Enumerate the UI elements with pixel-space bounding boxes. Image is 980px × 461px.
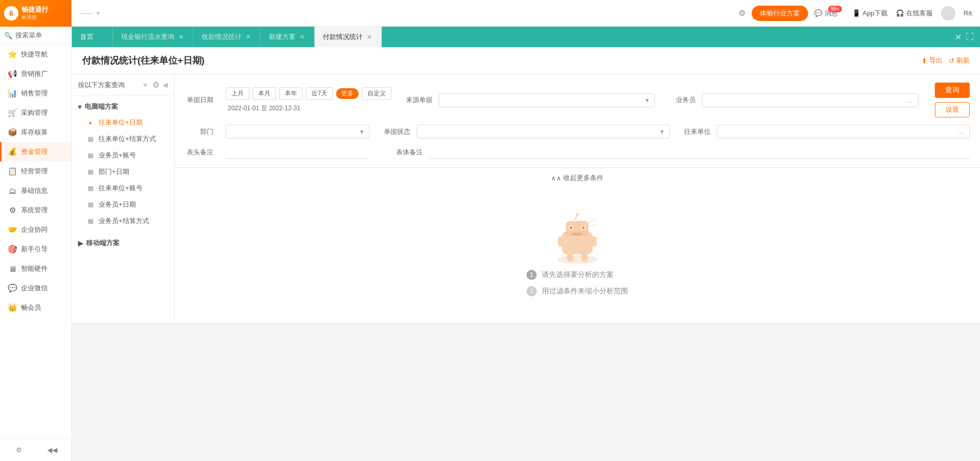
tab-payment-close-icon[interactable]: ✕ bbox=[366, 32, 373, 42]
svg-rect-9 bbox=[592, 236, 597, 247]
scheme-item-salesperson-settlement[interactable]: ▦ 业务员+结算方式 bbox=[72, 213, 174, 229]
collapse-more-button[interactable]: ∧∧ 收起更多条件 bbox=[551, 173, 603, 183]
empty-robot-icon bbox=[546, 208, 608, 270]
online-service-btn[interactable]: 🎧 在线客服 bbox=[896, 9, 933, 18]
topbar-right: 💬 消息 99+ 📱 App下载 🎧 在线客服 Rit bbox=[814, 6, 972, 21]
partner-label: 往来单位 bbox=[682, 127, 711, 136]
tab-receipt-close-icon[interactable]: ✕ bbox=[245, 32, 252, 42]
export-button[interactable]: ⬆ 导出 bbox=[922, 56, 943, 65]
sidebar-item-finance[interactable]: 💰 资金管理 bbox=[0, 142, 71, 162]
query-btns: 查询 设置 bbox=[935, 83, 970, 117]
source-filter: 来源单据 ▾ bbox=[404, 93, 655, 107]
maximize-icon[interactable]: ⛶ bbox=[966, 32, 974, 42]
source-label: 来源单据 bbox=[404, 95, 433, 105]
salesperson-arrow-icon: … bbox=[906, 96, 913, 104]
sidebar-item-wechat[interactable]: 💬 企业微信 bbox=[0, 278, 71, 298]
scheme-item-salesperson-date[interactable]: ▦ 业务员+日期 bbox=[72, 196, 174, 213]
mobile-group-title[interactable]: ▶ 移动端方案 bbox=[72, 235, 174, 251]
topbar-gear-icon[interactable]: ⚙ bbox=[738, 8, 746, 18]
sidebar-item-marketing[interactable]: 📢 营销推广 bbox=[0, 64, 71, 84]
sidebar-item-base[interactable]: 🗂 基础信息 bbox=[0, 181, 71, 201]
avatar[interactable] bbox=[941, 6, 955, 21]
empty-step-2: 2 用过滤条件来缩小分析范围 bbox=[526, 286, 628, 296]
refresh-button[interactable]: ↺ 刷新 bbox=[949, 56, 970, 65]
search-icon: 🔍 bbox=[4, 32, 12, 39]
filter-row-1: 单据日期 上月 本月 本年 近7天 更多 自定义 2022-01-01 至 20… bbox=[185, 83, 970, 117]
add-scheme-icon[interactable]: ＋ bbox=[141, 79, 149, 90]
this-year-btn[interactable]: 本年 bbox=[279, 87, 303, 100]
collapse-scheme-icon[interactable]: ◀ bbox=[163, 81, 168, 89]
shortcut-icon: ⭐ bbox=[8, 50, 17, 59]
scheme-settings-icon[interactable]: ⚙ bbox=[152, 80, 160, 90]
sidebar-logo: 6 畅捷通行 标准版 bbox=[0, 0, 71, 27]
tab-home[interactable]: 首页 bbox=[72, 27, 113, 47]
export-icon: ⬆ bbox=[922, 57, 927, 65]
scheme-item-salesperson-account[interactable]: ▦ 业务员+账号 bbox=[72, 147, 174, 164]
filter-panel: 单据日期 上月 本月 本年 近7天 更多 自定义 2022-01-01 至 20… bbox=[174, 74, 980, 168]
scheme-item-partner-date[interactable]: ● 往来单位+日期 bbox=[72, 114, 174, 131]
tabs-actions: ✕ ⛶ bbox=[949, 27, 980, 47]
close-all-tabs-icon[interactable]: ✕ bbox=[955, 32, 962, 42]
custom-date-btn[interactable]: 自定义 bbox=[362, 87, 391, 100]
sidebar-item-guide[interactable]: 🎯 新手引导 bbox=[0, 239, 71, 259]
inventory-icon: 📦 bbox=[8, 128, 17, 137]
search-menu[interactable]: 🔍 搜索菜单 bbox=[0, 27, 71, 45]
desktop-group-title[interactable]: ▾ 电脑端方案 bbox=[72, 99, 174, 114]
collapse-icon: ∧∧ bbox=[551, 174, 561, 182]
tab-new-scheme-close-icon[interactable]: ✕ bbox=[299, 32, 306, 42]
sidebar-item-member[interactable]: 👑 畅会员 bbox=[0, 298, 71, 317]
purchase-icon: 🛒 bbox=[8, 108, 17, 117]
empty-steps-list: 1 请先选择要分析的方案 2 用过滤条件来缩小分析范围 bbox=[526, 270, 628, 303]
svg-point-0 bbox=[557, 255, 598, 264]
partner-account-icon: ▦ bbox=[86, 184, 94, 192]
header-note-input[interactable] bbox=[226, 146, 369, 159]
sidebar-item-purchase[interactable]: 🛒 采购管理 bbox=[0, 103, 71, 123]
message-btn[interactable]: 💬 消息 99+ bbox=[814, 9, 838, 18]
tab-new-scheme[interactable]: 新建方案 ✕ bbox=[261, 27, 315, 47]
body-note-input[interactable] bbox=[429, 146, 970, 159]
page-title: 付款情况统计(往来单位+日期) bbox=[82, 54, 205, 67]
username-label: Rit bbox=[964, 9, 972, 17]
sidebar-item-system[interactable]: ⚙ 系统管理 bbox=[0, 201, 71, 220]
scheme-item-dept-date[interactable]: ▦ 部门+日期 bbox=[72, 164, 174, 180]
empty-state: 1 请先选择要分析的方案 2 用过滤条件来缩小分析范围 bbox=[174, 188, 980, 323]
scheme-item-partner-account[interactable]: ▦ 往来单位+账号 bbox=[72, 180, 174, 196]
last7-btn[interactable]: 近7天 bbox=[306, 87, 333, 100]
svg-rect-8 bbox=[558, 236, 563, 247]
this-month-btn[interactable]: 本月 bbox=[252, 87, 276, 100]
svg-line-12 bbox=[575, 215, 577, 219]
address-chevron-icon: ▾ bbox=[96, 10, 100, 17]
source-select[interactable]: ▾ bbox=[439, 93, 655, 107]
trial-button[interactable]: 体验行业方案 bbox=[752, 6, 808, 21]
salesperson-account-icon: ▦ bbox=[86, 151, 94, 159]
dept-select[interactable]: ▾ bbox=[226, 125, 369, 138]
last-month-btn[interactable]: 上月 bbox=[226, 87, 249, 100]
tab-bank-close-icon[interactable]: ✕ bbox=[178, 32, 185, 42]
tab-receipt[interactable]: 收款情况统计 ✕ bbox=[193, 27, 261, 47]
sidebar-item-sales[interactable]: 📊 销售管理 bbox=[0, 84, 71, 103]
settings-bottom-btn[interactable]: ⚙ bbox=[4, 443, 34, 457]
sidebar-item-shortcut[interactable]: ⭐ 快捷导航 bbox=[0, 45, 71, 64]
partner-select[interactable]: … bbox=[717, 125, 970, 138]
tab-payment[interactable]: 付款情况统计 ✕ bbox=[315, 27, 382, 47]
scheme-header: 按以下方案查询 ＋ ⚙ ◀ bbox=[72, 74, 174, 96]
svg-line-15 bbox=[587, 225, 596, 227]
collapse-sidebar-btn[interactable]: ◀◀ bbox=[38, 443, 68, 457]
sidebar-item-corp[interactable]: 🤝 企业协同 bbox=[0, 220, 71, 239]
query-button[interactable]: 查询 bbox=[935, 83, 970, 98]
sidebar-item-operation[interactable]: 📋 经营管理 bbox=[0, 162, 71, 181]
salesperson-select[interactable]: … bbox=[702, 93, 918, 107]
voucher-status-select[interactable]: ▾ bbox=[417, 125, 670, 138]
scheme-item-partner-settlement[interactable]: ▦ 往来单位+结算方式 bbox=[72, 131, 174, 147]
sidebar-item-inventory[interactable]: 📦 库存核算 bbox=[0, 123, 71, 142]
tabs-bar: 首页 现金银行流水查询 ✕ 收款情况统计 ✕ 新建方案 ✕ 付款情况统计 ✕ ✕… bbox=[72, 27, 980, 47]
hardware-icon: 🖥 bbox=[8, 264, 17, 273]
more-dates-btn[interactable]: 更多 bbox=[336, 88, 359, 99]
settings-button[interactable]: 设置 bbox=[935, 102, 970, 117]
app-download-btn[interactable]: 📱 App下载 bbox=[852, 9, 888, 18]
voucher-status-arrow-icon: ▾ bbox=[660, 128, 664, 135]
svg-point-4 bbox=[570, 226, 573, 229]
service-icon: 🎧 bbox=[896, 9, 904, 17]
tab-bank[interactable]: 现金银行流水查询 ✕ bbox=[113, 27, 193, 47]
sidebar-item-hardware[interactable]: 🖥 智能硬件 bbox=[0, 259, 71, 278]
